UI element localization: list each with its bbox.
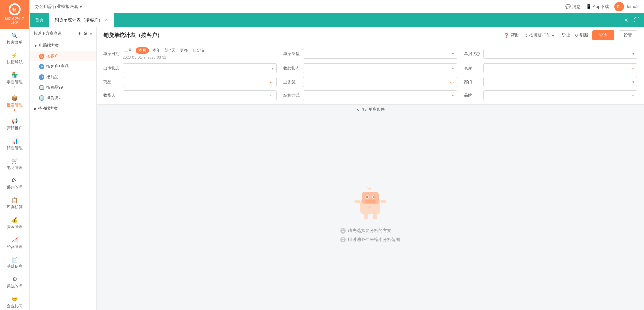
staff-input[interactable] [303,77,457,87]
app-download-action[interactable]: 📱 App下载 [586,4,609,10]
payment-input[interactable]: ▾ [303,90,457,100]
date-tab-this-month[interactable]: 本月 [136,47,149,54]
tab-close-icon[interactable]: ✕ [105,18,108,22]
page-content: 按以下方案查询 + ⚙ « ▼ 电脑端方案 客 按客户 ⊞ 按客 [30,27,644,310]
tab-close-btn[interactable]: ✕ [621,15,631,25]
sidebar-item-system[interactable]: ⚙ 系统管理 [0,273,29,293]
sidebar-item-wholesale[interactable]: 📦 批发管理 ▲ [0,92,29,115]
brand-input[interactable] [483,90,637,100]
search-icon: 🔍 [11,32,18,39]
sidebar-item-quicknav[interactable]: ⚡ 快捷导航 [0,49,29,68]
left-panel-title: 按以下方案查询 [34,31,62,36]
dept-input[interactable]: ▾ [483,77,637,87]
tab-report[interactable]: 销货单统计表（按客户） ✕ [49,13,114,27]
filter-row-2: 出库状态 ▾ 收款状态 ▾ 仓库 [103,63,637,73]
svg-rect-12 [380,200,386,203]
product-icon: ⊞ [39,74,44,80]
query-button[interactable]: 查询 [592,30,614,40]
sidebar-item-purchase[interactable]: 🛍 采购管理 [0,174,29,194]
settings-button[interactable]: 设置 [619,30,637,40]
sidebar-label-marketing: 营销推广 [7,125,23,131]
filter-brand: 品牌 [464,90,637,100]
sidebar-item-basic[interactable]: 📄 基础信息 [0,253,29,273]
sidebar-item-inventory[interactable]: 📋 库存核算 [0,194,29,213]
scheme-item-product[interactable]: ⊞ 按商品 [30,72,96,82]
sidebar-item-marketing[interactable]: 📢 营销推广 [0,115,29,135]
sales-icon: 📊 [11,138,18,144]
scheme-label-product99: 按商品99 [46,85,63,90]
date-tab-last-month[interactable]: 上月 [123,47,133,54]
svg-rect-8 [365,200,376,203]
export-icon: ↑ [558,33,561,38]
refresh-label: 刷新 [580,32,588,38]
user-action[interactable]: Ea demo2 [614,2,639,11]
operations-icon: 📈 [11,237,18,243]
group-arrow-desktop: ▼ [34,43,38,48]
message-icon: 💬 [565,4,571,9]
warehouse-label: 仓库 [464,66,481,71]
sidebar-item-collab[interactable]: 🤝 企业协同 [0,293,29,310]
scheme-group-desktop-header[interactable]: ▼ 电脑端方案 [30,40,96,51]
scheme-group-mobile-header[interactable]: ▶ 移动端方案 [30,103,96,114]
print-btn[interactable]: 🖨 按模板打印 ▾ [523,32,554,38]
sidebar-label-quicknav: 快捷导航 [7,59,23,65]
quicknav-icon: ⚡ [11,52,18,58]
collapse-text: 收起更多条件 [361,107,385,112]
date-tab-more[interactable]: 更多 [179,47,190,54]
scheme-item-product99[interactable]: 📊 按商品99 [30,82,96,93]
sidebar-label-ecommerce: 电商管理 [7,165,23,171]
main-container: 办公用品行业模拟账套 ▾ 💬 消息 📱 App下载 Ea demo2 首页 [30,0,644,310]
sidebar-item-operations[interactable]: 📈 经营管理 [0,233,29,253]
tab-expand-btn[interactable]: ⛶ [632,15,641,25]
pay-status-input[interactable]: ▾ [303,63,457,73]
app-subtitle: 标版 [11,21,18,25]
scheme-item-customer-product[interactable]: ⊞ 按客户+商品 [30,61,96,72]
receiver-input[interactable] [123,90,277,100]
header-right: 💬 消息 📱 App下载 Ea demo2 [565,2,639,11]
dept-label: 部门 [464,79,481,85]
add-scheme-btn[interactable]: + [78,30,81,36]
filter-receiver: 收货人 [103,90,277,100]
print-arrow: ▾ [552,33,554,38]
system-icon: ⚙ [12,276,17,282]
doc-type-input[interactable]: ▾ [303,49,457,59]
tab-home[interactable]: 首页 [30,13,49,27]
settings-scheme-btn[interactable]: ⚙ [83,31,88,36]
export-btn[interactable]: ↑ 导出 [558,32,571,38]
refresh-btn[interactable]: ↻ 刷新 [575,32,588,38]
warehouse-input[interactable] [483,63,637,73]
filter-doc-status: 单据状态 ▾ [464,49,637,59]
date-tab-custom[interactable]: 自定义 [192,47,206,54]
scheme-group-mobile: ▶ 移动端方案 [30,103,96,114]
page-title: 销货单统计表（按客户） [103,32,162,39]
sidebar-item-finance[interactable]: 💰 资金管理 [0,213,29,233]
sidebar-item-sales[interactable]: 📊 销售管理 [0,135,29,154]
help-btn[interactable]: ❓ 帮助 [504,32,519,38]
pay-status-arrow: ▾ [452,66,454,71]
pay-status-label: 收款状态 [283,66,300,71]
scheme-group-desktop: ▼ 电脑端方案 客 按客户 ⊞ 按客户+商品 ⊞ 按商品 📊 按商品99 [30,40,96,103]
scheme-item-customer[interactable]: 客 按客户 [30,51,96,61]
collapse-panel-btn[interactable]: « [90,31,92,36]
date-tab-this-year[interactable]: 本年 [151,47,162,54]
date-tab-7days[interactable]: 近7天 [164,47,177,54]
svg-point-6 [366,196,368,198]
customer-icon: 客 [39,54,44,59]
page-title-bar: 销货单统计表（按客户） ❓ 帮助 🖨 按模板打印 ▾ ↑ [97,27,644,43]
message-action[interactable]: 💬 消息 [565,4,581,10]
collapse-filters-btn[interactable]: ∧ 收起更多条件 [97,104,644,114]
filter-area: 单据日期 上月 本月 本年 近7天 更多 自定义 2023-03-01 至 20… [97,43,644,104]
doc-status-input[interactable]: ▾ [483,49,637,59]
filter-warehouse: 仓库 [464,63,637,73]
account-selector[interactable]: 办公用品行业模拟账套 ▾ [35,4,82,10]
sidebar-item-retail[interactable]: 🏪 零售管理 ▼ [0,68,29,92]
product-input[interactable] [123,77,277,87]
title-bar-right: ❓ 帮助 🖨 按模板打印 ▾ ↑ 导出 ↻ [504,30,638,40]
sidebar-item-search[interactable]: 🔍 搜索菜单 [0,29,29,49]
tab-home-label: 首页 [35,17,44,23]
out-status-arrow: ▾ [272,66,274,71]
tab-bar-right: ✕ ⛶ [621,15,644,25]
sidebar-item-ecommerce[interactable]: 🛒 电商管理 [0,154,29,174]
scheme-item-return[interactable]: 📊 退货统计 [30,93,96,103]
out-status-input[interactable]: ▾ [123,63,277,73]
